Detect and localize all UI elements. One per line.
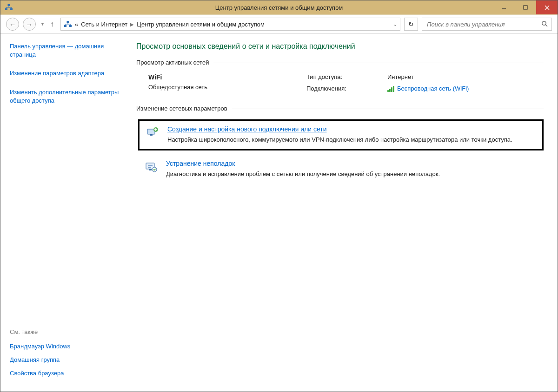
titlebar: Центр управления сетями и общим доступом: [0, 0, 558, 14]
access-type-label: Тип доступа:: [306, 73, 376, 80]
connections-value: Беспроводная сеть (WiFi): [387, 85, 469, 92]
troubleshoot-link[interactable]: Устранение неполадок: [166, 160, 235, 167]
see-also-heading: См. также: [10, 328, 121, 335]
search-box[interactable]: [422, 18, 552, 31]
address-breadcrumb[interactable]: « Сеть и Интернет ▶ Центр управления сет…: [60, 18, 400, 31]
breadcrumb-prefix: «: [75, 21, 78, 28]
see-also-homegroup[interactable]: Домашняя группа: [10, 356, 121, 363]
app-icon: [4, 3, 13, 12]
breadcrumb-current[interactable]: Центр управления сетями и общим доступом: [137, 21, 265, 28]
new-connection-desc: Настройка широкополосного, коммутируемог…: [167, 136, 537, 144]
see-also-internet-options[interactable]: Свойства браузера: [10, 370, 121, 377]
connections-label: Подключения:: [306, 85, 376, 92]
access-type-value: Интернет: [387, 73, 469, 80]
sidebar-link-advanced-sharing[interactable]: Изменить дополнительные параметры общего…: [10, 88, 121, 105]
network-category: Общедоступная сеть: [148, 84, 269, 91]
search-icon[interactable]: [541, 20, 548, 28]
change-settings-label: Изменение сетевых параметров: [136, 105, 544, 112]
close-button[interactable]: [536, 0, 558, 14]
svg-rect-0: [5, 8, 7, 10]
minimize-button[interactable]: [493, 0, 515, 14]
window: Центр управления сетями и общим доступом…: [0, 0, 558, 392]
troubleshoot-icon: [144, 160, 159, 175]
nav-back-button[interactable]: ←: [6, 18, 19, 31]
svg-rect-8: [524, 6, 527, 9]
svg-rect-12: [69, 25, 72, 27]
breadcrumb-icon: [64, 20, 72, 28]
network-name: WiFi: [148, 73, 269, 81]
sidebar-link-adapter-settings[interactable]: Изменение параметров адаптера: [10, 69, 121, 78]
breadcrumb-dropdown-icon[interactable]: ⌄: [393, 22, 397, 27]
see-also-firewall[interactable]: Брандмауэр Windows: [10, 343, 121, 350]
sidebar-link-home[interactable]: Панель управления — домашняя страница: [10, 42, 121, 59]
body: Панель управления — домашняя страница Из…: [0, 34, 558, 392]
action-new-connection[interactable]: Создание и настройка нового подключения …: [138, 119, 544, 150]
svg-rect-26: [149, 169, 152, 170]
main-content: Просмотр основных сведений о сети и наст…: [131, 34, 558, 392]
active-networks-label: Просмотр активных сетей: [136, 59, 544, 66]
svg-rect-11: [64, 25, 66, 27]
breadcrumb-parent[interactable]: Сеть и Интернет: [81, 21, 127, 28]
active-network-row: WiFi Общедоступная сеть Тип доступа: Инт…: [148, 73, 544, 92]
svg-rect-2: [8, 4, 10, 6]
chevron-right-icon: ▶: [130, 22, 134, 27]
nav-up-button[interactable]: ↑: [50, 20, 54, 28]
new-connection-icon: [145, 125, 160, 140]
action-troubleshoot[interactable]: Устранение неполадок Диагностика и испра…: [138, 157, 544, 182]
search-input[interactable]: [426, 20, 541, 28]
nav-forward-button[interactable]: →: [23, 18, 36, 31]
svg-point-18: [542, 21, 546, 25]
connection-link[interactable]: Беспроводная сеть (WiFi): [397, 85, 469, 92]
sidebar: Панель управления — домашняя страница Из…: [0, 34, 131, 392]
nav-history-dropdown[interactable]: ▼: [40, 22, 45, 26]
window-title: Центр управления сетями и общим доступом: [0, 4, 558, 11]
page-heading: Просмотр основных сведений о сети и наст…: [136, 42, 544, 51]
window-controls: [493, 0, 558, 14]
svg-rect-21: [150, 134, 153, 136]
svg-rect-13: [66, 21, 69, 23]
nav-toolbar: ← → ▼ ↑ « Сеть и Интернет ▶ Центр управл…: [0, 14, 558, 34]
svg-rect-1: [10, 8, 13, 10]
wifi-signal-icon: [387, 85, 394, 92]
refresh-button[interactable]: ↻: [404, 18, 418, 31]
svg-line-19: [545, 25, 547, 26]
network-identity: WiFi Общедоступная сеть: [148, 73, 269, 92]
maximize-button[interactable]: [515, 0, 536, 14]
troubleshoot-desc: Диагностика и исправление проблем с сеть…: [166, 170, 538, 179]
network-details: Тип доступа: Интернет Подключения: Беспр…: [306, 73, 469, 92]
new-connection-link[interactable]: Создание и настройка нового подключения …: [167, 125, 326, 133]
